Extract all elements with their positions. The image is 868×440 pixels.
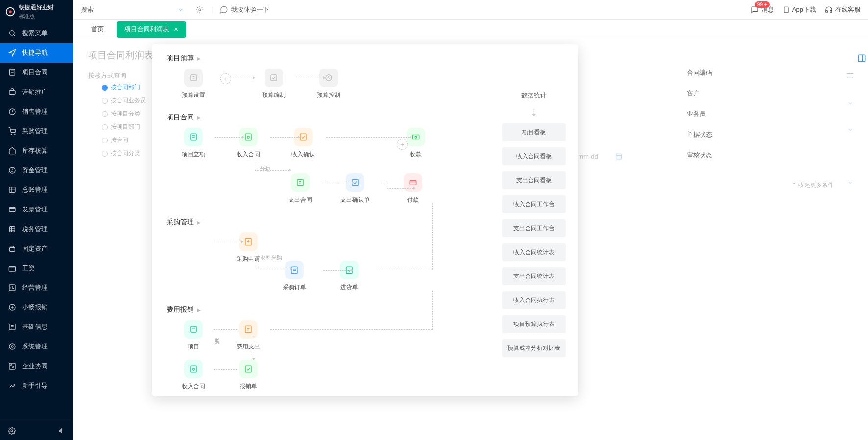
stat-button-6[interactable]: 支出合同统计表	[502, 267, 566, 285]
sidebar-icon	[7, 146, 17, 156]
add-node-button[interactable]: +	[397, 139, 408, 150]
sidebar-item-1[interactable]: 快捷导航	[0, 43, 73, 63]
download-button[interactable]: App下载	[783, 5, 816, 14]
svg-point-1	[9, 10, 12, 13]
node-income-confirm[interactable]: 收入确认	[286, 128, 320, 159]
bg-field-audit-status: 审核状态	[687, 151, 853, 160]
arrow-down-icon	[531, 109, 536, 116]
messages-button[interactable]: 99 + 消息	[751, 5, 774, 14]
node-budget-control[interactable]: 预算控制	[312, 69, 346, 99]
brand-name: 畅捷通好业财	[19, 3, 54, 12]
stat-button-5[interactable]: 收入合同统计表	[502, 243, 566, 261]
sidebar-item-17[interactable]: 企业协同	[0, 356, 73, 376]
stat-button-4[interactable]: 支出合同工作台	[502, 219, 566, 237]
stat-button-9[interactable]: 预算成本分析对比表	[502, 339, 566, 357]
stat-button-1[interactable]: 收入合同看板	[502, 147, 566, 165]
node-expense-out[interactable]: 费用支出	[231, 320, 265, 351]
sidebar-item-5[interactable]: 采购管理	[0, 121, 73, 141]
sidebar-item-7[interactable]: 资金管理	[0, 161, 73, 180]
svg-rect-39	[9, 363, 15, 369]
radio-icon	[102, 85, 108, 91]
service-button[interactable]: 在线客服	[825, 5, 861, 14]
brand-icon	[5, 6, 16, 17]
svg-rect-25	[11, 246, 13, 248]
svg-rect-44	[784, 7, 788, 13]
svg-rect-92	[245, 326, 251, 333]
add-node-button[interactable]: +	[220, 73, 231, 84]
node-budget-edit[interactable]: 预算编制	[257, 69, 291, 99]
sidebar-item-8[interactable]: 总账管理	[0, 180, 73, 200]
stat-button-8[interactable]: 项目预算执行表	[502, 315, 566, 333]
svg-point-42	[11, 430, 13, 432]
sidebar-icon	[7, 107, 17, 116]
sidebar-item-11[interactable]: 固定资产	[0, 239, 73, 258]
stat-button-7[interactable]: 收入合同执行表	[502, 291, 566, 309]
node-project-init[interactable]: 项目立项	[176, 128, 211, 159]
radio-icon	[102, 138, 108, 143]
sidebar-icon	[7, 342, 17, 351]
sidebar-icon	[7, 205, 17, 214]
sidebar-item-0[interactable]: 搜索菜单	[0, 23, 73, 43]
topbar: 搜索 | 我要体验一下 99 + 消息	[73, 0, 868, 20]
sidebar-item-12[interactable]: 工资	[0, 258, 73, 278]
node-budget-config[interactable]: 预算设置	[176, 69, 211, 99]
tab-home[interactable]: 首页	[83, 21, 112, 38]
try-label: 我要体验一下	[231, 5, 269, 14]
expand-panel-icon[interactable]	[857, 54, 866, 63]
sidebar-item-14[interactable]: 小畅报销	[0, 298, 73, 317]
svg-point-11	[15, 134, 15, 134]
search-placeholder: 搜索	[81, 5, 94, 14]
sidebar-icon	[7, 224, 17, 234]
try-link[interactable]: 我要体验一下	[219, 5, 269, 14]
sidebar-item-10[interactable]: 税务管理	[0, 219, 73, 239]
svg-rect-26	[9, 267, 15, 271]
svg-point-37	[11, 346, 13, 347]
sidebar-icon	[7, 87, 17, 97]
chevron-right-icon: ▶	[197, 56, 201, 61]
radio-icon	[102, 111, 108, 117]
radio-icon	[102, 151, 108, 157]
svg-rect-75	[412, 135, 419, 139]
section-budget-title[interactable]: 项目预算▶	[167, 54, 563, 63]
node-expense-confirm[interactable]: 支出确认单	[338, 173, 372, 204]
node-receive[interactable]: 进货单	[332, 261, 366, 292]
tab-report[interactable]: 项目合同利润表 ✕	[117, 21, 186, 38]
bg-field-doc-status: 单据状态	[687, 130, 853, 139]
node-project[interactable]: 项目	[176, 320, 211, 351]
top-settings-icon[interactable]	[196, 6, 204, 14]
sidebar-item-2[interactable]: 项目合同	[0, 63, 73, 82]
svg-point-43	[199, 9, 201, 11]
sidebar-item-6[interactable]: 库存核算	[0, 141, 73, 161]
stat-button-2[interactable]: 支出合同看板	[502, 171, 566, 189]
sidebar-icon	[7, 381, 17, 391]
global-search-select[interactable]: 搜索	[81, 5, 189, 14]
sidebar-item-16[interactable]: 系统管理	[0, 337, 73, 356]
chat-icon	[219, 5, 228, 14]
svg-point-76	[415, 136, 417, 138]
close-icon[interactable]: ✕	[174, 26, 178, 32]
stat-button-3[interactable]: 收入合同工作台	[502, 195, 566, 213]
sidebar-item-13[interactable]: 经营管理	[0, 278, 73, 298]
sidebar-icon	[7, 302, 17, 312]
sidebar-item-9[interactable]: 发票管理	[0, 200, 73, 219]
node-income-contract[interactable]: 收入合同	[231, 128, 265, 159]
node-purchase-order[interactable]: 采购订单	[277, 261, 312, 292]
sidebar-item-18[interactable]: 新手引导	[0, 376, 73, 395]
sidebar-icon	[7, 28, 17, 38]
collapse-hint[interactable]: ⌃收起更多条件	[792, 181, 834, 189]
svg-marker-99	[532, 114, 536, 116]
sidebar-item-4[interactable]: 销售管理	[0, 102, 73, 121]
settings-icon[interactable]	[7, 426, 16, 435]
node-reimburse[interactable]: 报销单	[231, 360, 265, 391]
sidebar-item-3[interactable]: 营销推广	[0, 82, 73, 102]
sidebar-item-15[interactable]: 基础信息	[0, 317, 73, 337]
svg-rect-67	[271, 75, 277, 81]
node-expense-contract[interactable]: 支出合同	[283, 173, 317, 204]
svg-point-73	[247, 136, 250, 139]
svg-marker-4	[9, 49, 16, 56]
sound-icon[interactable]	[57, 426, 66, 435]
node-income-contract-2[interactable]: 收入合同	[176, 360, 211, 391]
svg-line-3	[14, 35, 15, 36]
sidebar-icon	[7, 126, 17, 136]
stat-button-0[interactable]: 项目看板	[502, 123, 566, 141]
